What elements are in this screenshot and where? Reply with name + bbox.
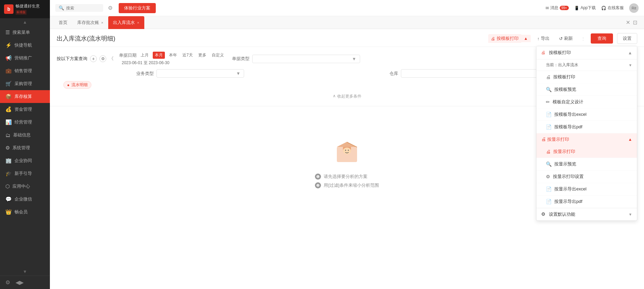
dp-item-template-pdf[interactable]: 📄 按模板导出pdf	[536, 121, 637, 133]
tab-batch[interactable]: 库存批次账 ×	[72, 16, 108, 29]
sidebar-item-inventory[interactable]: 📦 库存核算	[0, 90, 50, 103]
dp-item-display-settings[interactable]: ⚙ 按显示打印设置	[536, 170, 637, 183]
sidebar-logo: b 畅捷通好生意 标准版	[0, 0, 50, 18]
dp-footer-default[interactable]: ⚙ 设置默认功能 ▼	[536, 208, 637, 220]
date-label: 单据日期	[119, 52, 137, 58]
window-close-icon[interactable]: ✕	[626, 19, 630, 26]
filter-tag-detail[interactable]: ● 流水明细	[63, 81, 91, 89]
topbar-search-box[interactable]: 🔍	[55, 4, 103, 12]
sidebar-item-member[interactable]: 👑 畅会员	[0, 206, 50, 218]
date-tab-custom[interactable]: 自定义	[210, 52, 225, 59]
svg-point-6	[348, 150, 349, 151]
dp-current[interactable]: 当前：出入库流水 ▼	[536, 59, 637, 71]
tab-home[interactable]: 首页	[54, 16, 72, 29]
sidebar-footer: ⚙ ◀▶	[0, 275, 50, 289]
type-select[interactable]: ▼	[252, 55, 360, 63]
filter-settings-btn[interactable]: ⚙	[99, 55, 106, 62]
page-title: 出入库流水(流水明细)	[57, 34, 115, 43]
footer-toggle-icon[interactable]: ◀▶	[16, 279, 24, 286]
footer-settings-icon[interactable]: ⚙	[5, 279, 10, 286]
filter-add-btn[interactable]: +	[90, 55, 97, 62]
sidebar-item-wechat[interactable]: 💬 企业微信	[0, 193, 50, 206]
sidebar-item-system[interactable]: ⚙ 系统管理	[0, 141, 50, 154]
sidebar-item-sales[interactable]: 💼 销售管理	[0, 64, 50, 77]
tab-close-batch[interactable]: ×	[101, 21, 103, 25]
date-range-value: 2023-06-01 至 2023-06-30	[122, 60, 169, 66]
content-area: 出入库流水(流水明细) 🖨 按模板打印 ▲ ↑ 导出	[50, 29, 644, 289]
messages-badge: 99+	[560, 6, 569, 10]
tab-close-flow[interactable]: ×	[137, 21, 139, 25]
empty-svg	[330, 133, 364, 167]
date-tab-last-month[interactable]: 上月	[139, 52, 150, 59]
date-filter-row: 单据日期 上月 本月 本年 近7天 更多 自定义	[119, 52, 225, 59]
sidebar-item-apps[interactable]: ⬡ 应用中心	[0, 180, 50, 193]
date-tab-more[interactable]: 更多	[197, 52, 208, 59]
sidebar: b 畅捷通好生意 标准版 ▲ ☰ 搜索菜单 ⚡ 快捷导航 📢 营销推广 💼 销售…	[0, 0, 50, 289]
window-expand-icon[interactable]: ⊡	[633, 19, 637, 26]
sidebar-item-operations[interactable]: 📊 经营管理	[0, 116, 50, 129]
date-tabs: 上月 本月 本年 近7天 更多 自定义	[139, 52, 225, 59]
topbar-gear-icon[interactable]: ⚙	[106, 5, 115, 11]
export-btn[interactable]: ↑ 导出	[535, 34, 553, 43]
dp-footer-arrow: ▼	[628, 212, 632, 216]
search-input[interactable]	[66, 6, 100, 10]
dp-item-display-print[interactable]: 🖨 按显示打印	[536, 146, 637, 158]
dp-printer-icon: 🖨	[546, 74, 551, 80]
dp-section-chevron-up: ▲	[628, 137, 632, 142]
template-print-btn[interactable]: 🖨 按模板打印	[488, 34, 521, 43]
dp-display-print-icon: 🖨	[546, 149, 551, 154]
online-service-action[interactable]: 🎧 在线客服	[601, 5, 624, 11]
dp-current-arrow: ▼	[628, 63, 632, 67]
chevron-up-icon: ∧	[333, 94, 336, 99]
dp-section-display-print[interactable]: 🖨 按显示打印 ▲	[536, 133, 637, 146]
tag-bullet: ●	[67, 83, 69, 87]
template-print-chevron[interactable]: ▲	[521, 35, 531, 42]
dp-display-settings-icon: ⚙	[546, 174, 550, 179]
sidebar-item-enterprise[interactable]: 🏢 企业协同	[0, 154, 50, 167]
sidebar-item-purchase[interactable]: 🛒 采购管理	[0, 77, 50, 90]
dp-item-template-print[interactable]: 🖨 按模板打印	[536, 71, 637, 83]
quicknav-icon: ⚡	[5, 42, 12, 48]
phone-icon: 📱	[574, 6, 579, 10]
dp-item-template-excel[interactable]: 📄 按模板导出excel	[536, 108, 637, 121]
refresh-btn[interactable]: ↺ 刷新	[556, 34, 576, 43]
logo-icon: b	[4, 4, 13, 14]
dp-item-display-pdf[interactable]: 📄 按显示导出pdf	[536, 195, 637, 208]
sidebar-item-quicknav[interactable]: ⚡ 快捷导航	[0, 39, 50, 52]
date-tab-this-year[interactable]: 本年	[168, 52, 178, 59]
template-print-group: 🖨 按模板打印 ▲	[488, 34, 531, 43]
dp-item-display-preview[interactable]: 🔍 按显示预览	[536, 158, 637, 170]
dp-item-template-design[interactable]: ✏ 模板自定义设计	[536, 96, 637, 108]
sidebar-item-finance[interactable]: 💰 资金管理	[0, 103, 50, 116]
query-button[interactable]: 查询	[591, 33, 613, 44]
tab-flow[interactable]: 出入库流水 ×	[108, 16, 144, 29]
app-download-action[interactable]: 📱 App下载	[574, 5, 596, 11]
sales-icon: 💼	[5, 68, 12, 74]
sidebar-scroll-down[interactable]: ▼	[0, 268, 50, 275]
search-icon: 🔍	[59, 5, 64, 10]
filter-label: 按以下方案查询	[57, 56, 87, 62]
member-icon: 👑	[5, 209, 12, 215]
sidebar-item-marketing[interactable]: 📢 营销推广	[0, 52, 50, 64]
trial-button[interactable]: 体验行业方案	[119, 3, 156, 13]
messages-action[interactable]: ✉ 消息 99+	[546, 5, 569, 11]
page: 出入库流水(流水明细) 🖨 按模板打印 ▲ ↑ 导出	[50, 29, 644, 289]
dp-item-template-preview[interactable]: 🔍 按模板预览	[536, 83, 637, 96]
biz-select[interactable]: ▼	[156, 69, 244, 78]
sidebar-item-search[interactable]: ☰ 搜索菜单	[0, 26, 50, 39]
dp-item-display-excel[interactable]: 📄 按显示导出excel	[536, 183, 637, 195]
user-avatar-action[interactable]: Rit	[629, 3, 639, 13]
basic-icon: 🗂	[5, 132, 10, 138]
setup-button[interactable]: 设置	[617, 33, 637, 44]
date-tab-7days[interactable]: 近7天	[181, 52, 194, 59]
sidebar-scroll-up[interactable]: ▲	[0, 18, 50, 26]
dp-header-printer-icon: 🖨	[541, 50, 546, 55]
date-tab-this-month[interactable]: 本月	[153, 52, 165, 59]
dp-header[interactable]: 🖨 按模板打印 ▲	[536, 46, 637, 59]
svg-point-4	[343, 148, 351, 154]
sidebar-item-guide[interactable]: 🎓 新手引导	[0, 167, 50, 180]
dp-chevron-up[interactable]: ▲	[628, 50, 632, 55]
sidebar-item-basic[interactable]: 🗂 基础信息	[0, 129, 50, 141]
step-num-2: ❷	[315, 182, 321, 188]
filter-collapse-btn[interactable]: 《	[109, 56, 114, 62]
